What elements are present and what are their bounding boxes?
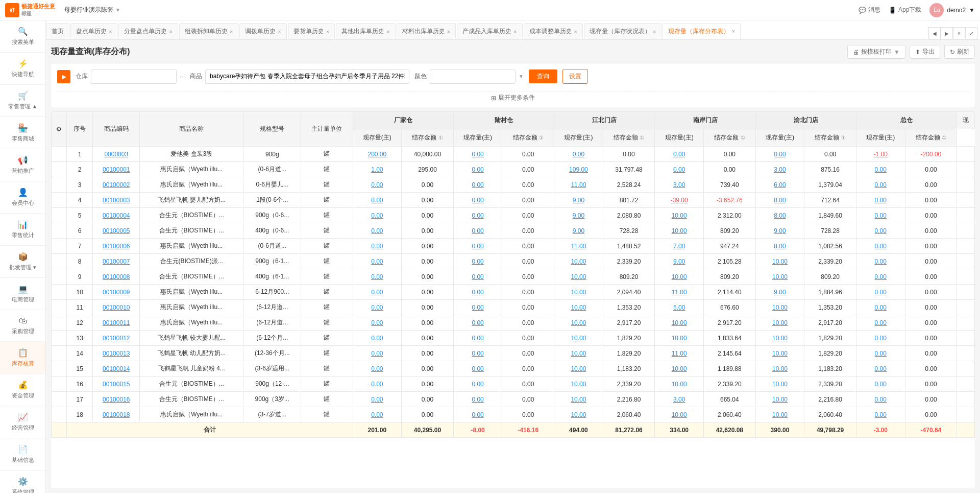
- sidebar-item-base-info[interactable]: 📄 基础信息: [0, 438, 45, 471]
- tab-t5[interactable]: 要货单历史 ×: [288, 23, 335, 39]
- tab-close-t10[interactable]: ×: [653, 29, 656, 35]
- tab-nav-expand[interactable]: ⤢: [965, 27, 977, 39]
- warehouse-filter: 仓库 ···: [76, 69, 185, 84]
- table-row: 700100006惠氏启赋（Wyeth illu...(0-6月道...罐0.0…: [52, 239, 975, 254]
- print-btn[interactable]: 🖨 按模板打印 ▼: [847, 45, 905, 59]
- table-row: 1200100011惠氏启赋（Wyeth illu...(6-12月道...罐0…: [52, 315, 975, 331]
- messages-btn[interactable]: 💬 消息: [859, 6, 880, 14]
- wh5-info-icon[interactable]: ①: [841, 135, 846, 140]
- finance-icon: 💰: [3, 380, 43, 390]
- tab-t8[interactable]: 产成品入库单历史 ×: [457, 23, 522, 39]
- col-wh2-qty: 现存量(主): [453, 129, 502, 147]
- expand-filter-btn[interactable]: ⊞ 展开更多条件: [57, 91, 969, 102]
- sidebar-item-purchase[interactable]: 🛍 采购管理: [0, 310, 45, 342]
- col-group-wh6: 总仓: [856, 112, 957, 129]
- filter-toggle-btn[interactable]: ▶: [57, 70, 70, 83]
- query-button[interactable]: 查询: [529, 69, 557, 83]
- tab-home[interactable]: 首页: [46, 23, 69, 39]
- tab-close-t2[interactable]: ×: [169, 29, 172, 35]
- col-spec: 规格型号: [243, 112, 301, 147]
- table-row: 900100008合生元（BIOSTIME）...400g（6-1...罐0.0…: [52, 269, 975, 285]
- tab-close-t4[interactable]: ×: [278, 29, 281, 35]
- selector[interactable]: 母婴行业演示陈套 ▼: [64, 6, 120, 14]
- export-btn[interactable]: ⬆ 导出: [910, 45, 940, 59]
- user-dropdown-icon: ▼: [969, 7, 975, 14]
- retail-stats-icon: 📊: [3, 220, 43, 229]
- wh3-info-icon[interactable]: ①: [640, 135, 644, 140]
- sidebar-item-quicknav[interactable]: ⚡ 快捷导航: [0, 53, 45, 85]
- tab-close-t8[interactable]: ×: [513, 29, 517, 35]
- tab-t11[interactable]: 现存量（库存分布表） ×: [663, 23, 740, 39]
- logo-area: 好 畅捷通好生意 标题: [5, 3, 55, 17]
- col-group-wh2: 陆村仓: [453, 112, 554, 129]
- tab-t3[interactable]: 组装拆卸单历史 ×: [179, 23, 238, 39]
- sidebar-item-inventory[interactable]: 📋 库存核算: [0, 342, 45, 374]
- tab-close-t3[interactable]: ×: [230, 29, 233, 35]
- color-dropdown-icon: ▼: [519, 74, 524, 79]
- sidebar-item-system[interactable]: ⚙️ 系统管理: [0, 471, 45, 493]
- wh6-info-icon[interactable]: ①: [942, 135, 946, 140]
- refresh-btn[interactable]: ↻ 刷新: [944, 45, 975, 59]
- expand-filter-icon: ⊞: [491, 95, 496, 102]
- tab-t2[interactable]: 分量盘点单历史 ×: [118, 23, 178, 39]
- sidebar-item-operations[interactable]: 📈 经营管理: [0, 406, 45, 438]
- logo-text: 畅捷通好生意 标题: [21, 3, 55, 17]
- tab-t9[interactable]: 成本调整单历史 ×: [524, 23, 583, 39]
- sidebar: 🔍 搜索英单 ⚡ 快捷导航 🛒 零售管理 ▲ 🏪 零售商城 📢 营销推广 👤: [0, 20, 46, 493]
- sidebar-item-wholesale[interactable]: 📦 批发管理 ▾: [0, 246, 45, 278]
- table-container[interactable]: ⚙ 序号 商品编码 商品名称 规格型号 主计量单位 厂家仓 陆村仓 江北门店 南…: [51, 111, 975, 488]
- tab-close-t6[interactable]: ×: [386, 29, 389, 35]
- tab-t1[interactable]: 盘点单历史 ×: [70, 23, 117, 39]
- tab-t7[interactable]: 材料出库单历史 ×: [397, 23, 456, 39]
- color-input[interactable]: [430, 69, 516, 84]
- col-wh6-qty: 现存量(主): [856, 129, 905, 147]
- tab-nav-prev[interactable]: ◀: [928, 27, 941, 39]
- table-row: 600100005合生元（BIOSTIME）...400g（0-6...罐0.0…: [52, 223, 975, 239]
- col-group-wh1: 厂家仓: [353, 112, 453, 129]
- tab-t6[interactable]: 其他出库单历史 ×: [336, 23, 395, 39]
- col-settings[interactable]: ⚙: [52, 112, 67, 147]
- sidebar-item-retail-stats[interactable]: 📊 零售统计: [0, 214, 45, 246]
- tab-close-t1[interactable]: ×: [109, 29, 112, 35]
- col-wh4-amt: 结存金额 ①: [704, 129, 756, 147]
- app-download-btn[interactable]: 📱 App下载: [889, 6, 921, 14]
- tab-close-t11[interactable]: ×: [731, 28, 734, 34]
- product-input[interactable]: [205, 69, 409, 84]
- table-row: 1700100016合生元（BIOSTIME）...900g（3岁...罐0.0…: [52, 392, 975, 407]
- wh2-info-icon[interactable]: ①: [539, 135, 544, 140]
- wh1-info-icon[interactable]: ①: [438, 135, 443, 140]
- tab-nav-next[interactable]: ▶: [941, 27, 953, 39]
- tab-close-t5[interactable]: ×: [326, 29, 329, 35]
- top-bar-right: 💬 消息 📱 App下载 Ea demo2 ▼: [859, 3, 975, 17]
- tab-t4[interactable]: 调拨单历史 ×: [239, 23, 286, 39]
- tab-close-t7[interactable]: ×: [447, 29, 450, 35]
- sidebar-item-ecommerce[interactable]: 💻 电商管理: [0, 278, 45, 310]
- table-row: 1400100013飞鹤星飞帆 幼儿配方奶...(12-36个月...罐0.00…: [52, 346, 975, 361]
- sidebar-item-member[interactable]: 👤 会员中心: [0, 181, 45, 214]
- sidebar-item-retail-mall[interactable]: 🏪 零售商城: [0, 117, 45, 149]
- table-row: 1100100010惠氏启赋（Wyeth illu...(6-12月道...罐0…: [52, 300, 975, 315]
- download-icon: 📱: [889, 7, 896, 14]
- tab-nav-btns: ◀ ▶ × ⤢: [926, 27, 980, 39]
- message-icon: 💬: [859, 7, 866, 14]
- user-area[interactable]: Ea demo2 ▼: [929, 3, 975, 17]
- tab-t10[interactable]: 现存量（库存状况表） ×: [584, 23, 662, 39]
- col-name: 商品名称: [140, 112, 243, 147]
- search-icon: 🔍: [3, 27, 43, 36]
- col-wh3-amt: 结存金额 ①: [603, 129, 655, 147]
- table-row: 1000100009惠氏启赋（Wyeth illu...6-12月900...罐…: [52, 285, 975, 300]
- sidebar-item-marketing[interactable]: 📢 营销推广: [0, 149, 45, 181]
- wh4-info-icon[interactable]: ①: [741, 135, 745, 140]
- sidebar-item-retail-mgmt[interactable]: 🛒 零售管理 ▲: [0, 85, 45, 117]
- sidebar-item-search[interactable]: 🔍 搜索英单: [0, 20, 45, 53]
- settings-button[interactable]: 设置: [562, 69, 588, 84]
- tab-nav-close[interactable]: ×: [953, 27, 965, 39]
- sidebar-item-finance[interactable]: 💰 资金管理: [0, 374, 45, 406]
- color-filter: 颜色 ▼: [414, 69, 524, 84]
- username: demo2: [947, 7, 966, 14]
- table-row: 1800100018惠氏启赋（Wyeth illu...(3-7岁道...罐0.…: [52, 407, 975, 422]
- warehouse-input[interactable]: [91, 69, 177, 84]
- col-wh6-amt: 结存金额 ①: [905, 129, 957, 147]
- tab-close-t9[interactable]: ×: [574, 29, 577, 35]
- col-current: 现: [957, 112, 975, 129]
